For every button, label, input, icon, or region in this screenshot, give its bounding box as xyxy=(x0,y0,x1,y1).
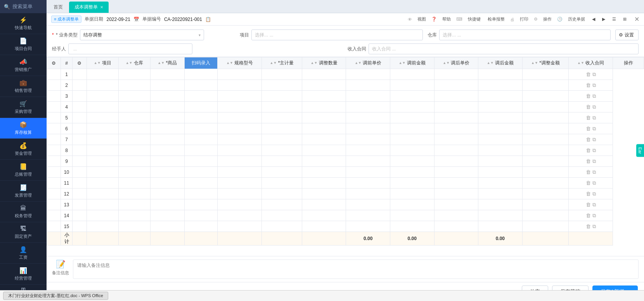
cell-income_contract-5[interactable] xyxy=(522,112,569,123)
cell-unit-5[interactable] xyxy=(218,112,262,123)
cell-adjust_amount-13[interactable] xyxy=(478,199,523,210)
help-btn[interactable]: 帮助 xyxy=(441,16,452,23)
cell-adjust_amount-10[interactable] xyxy=(478,167,523,178)
sidebar-item-quick-nav[interactable]: ⚡ 快速导航 xyxy=(0,13,47,34)
th-settings[interactable]: ⚙ xyxy=(73,57,87,69)
cell-product-14[interactable] xyxy=(118,210,150,221)
cell-unit-11[interactable] xyxy=(218,178,262,189)
sidebar-item-invoice-mgmt[interactable]: 🧾 发票管理 xyxy=(0,181,47,202)
tab-home[interactable]: 首页 xyxy=(48,2,68,13)
sidebar-item-sales-promo[interactable]: 📣 营销推广 xyxy=(0,55,47,76)
cell-spec-4[interactable] xyxy=(184,102,218,112)
right-edge-tab[interactable]: Ear xyxy=(636,144,644,157)
project-input[interactable]: 选择... ... xyxy=(251,29,423,40)
row-copy-15[interactable]: ⧉ xyxy=(592,223,596,230)
cell-pre_price-5[interactable] xyxy=(302,112,346,123)
cell-project-8[interactable] xyxy=(73,145,87,156)
cell-qty-5[interactable] xyxy=(262,112,302,123)
cell-post_amount-3[interactable] xyxy=(434,91,478,102)
cell-pre_price-14[interactable] xyxy=(302,210,346,221)
cell-adjust_amount-15[interactable] xyxy=(478,221,523,232)
cell-pre_amount-4[interactable] xyxy=(346,102,390,112)
th-project[interactable]: ▲▼ 项目 xyxy=(87,57,118,69)
cell-spec-7[interactable] xyxy=(184,134,218,145)
cell-scan-13[interactable] xyxy=(150,199,184,210)
layout-btn2[interactable]: ⊞ xyxy=(621,16,628,22)
row-copy-13[interactable]: ⧉ xyxy=(592,202,596,208)
cell-post_amount-10[interactable] xyxy=(434,167,478,178)
cell-pre_price-11[interactable] xyxy=(302,178,346,189)
cell-income_contract-9[interactable] xyxy=(522,156,569,167)
cell-project-2[interactable] xyxy=(73,80,87,91)
cell-pre_amount-3[interactable] xyxy=(346,91,390,102)
cell-warehouse-4[interactable] xyxy=(87,102,118,112)
cell-product-9[interactable] xyxy=(118,156,150,167)
row-copy-7[interactable]: ⧉ xyxy=(592,137,596,143)
cell-pre_price-6[interactable] xyxy=(302,123,346,134)
th-adjust_amount[interactable]: ▲▼ *调整金额 xyxy=(522,57,569,69)
cell-pre_amount-2[interactable] xyxy=(346,80,390,91)
cell-post_price-4[interactable] xyxy=(390,102,434,112)
cell-scan-1[interactable] xyxy=(150,69,184,80)
cell-adjust_amount-2[interactable] xyxy=(478,80,523,91)
tab-close-cost-adjust[interactable]: ✕ xyxy=(100,5,103,9)
cell-income_contract-14[interactable] xyxy=(522,210,569,221)
cell-post_amount-2[interactable] xyxy=(434,80,478,91)
cell-post_amount-12[interactable] xyxy=(434,189,478,199)
cell-pre_price-15[interactable] xyxy=(302,221,346,232)
cell-project-12[interactable] xyxy=(73,189,87,199)
cell-qty-2[interactable] xyxy=(262,80,302,91)
cell-adjust_amount-14[interactable] xyxy=(478,210,523,221)
cell-spec-14[interactable] xyxy=(184,210,218,221)
cell-post_amount-7[interactable] xyxy=(434,134,478,145)
cell-scan-15[interactable] xyxy=(150,221,184,232)
cell-scan-6[interactable] xyxy=(150,123,184,134)
cell-project-4[interactable] xyxy=(73,102,87,112)
cell-post_price-11[interactable] xyxy=(390,178,434,189)
sidebar-item-asset-mgmt[interactable]: 🏗 固定资产 xyxy=(0,222,47,243)
th-post_price[interactable]: ▲▼ 调后单价 xyxy=(434,57,478,69)
cell-unit-8[interactable] xyxy=(218,145,262,156)
row-delete-14[interactable]: 🗑 xyxy=(586,213,591,219)
cell-project-14[interactable] xyxy=(73,210,87,221)
cell-post_price-8[interactable] xyxy=(390,145,434,156)
cell-post_price-2[interactable] xyxy=(390,80,434,91)
sidebar-item-ledger-mgmt[interactable]: 📒 总账管理 xyxy=(0,160,47,181)
cell-project-13[interactable] xyxy=(73,199,87,210)
cell-post_price-1[interactable] xyxy=(390,69,434,80)
cell-product-1[interactable] xyxy=(118,69,150,80)
history-btn[interactable]: 历史单据 xyxy=(566,16,587,23)
th-qty[interactable]: ▲▼ 调整数量 xyxy=(302,57,346,69)
cell-scan-12[interactable] xyxy=(150,189,184,199)
cell-post_price-15[interactable] xyxy=(390,221,434,232)
cell-adjust_amount-1[interactable] xyxy=(478,69,523,80)
cell-income_contract-3[interactable] xyxy=(522,91,569,102)
cell-adjust_amount-7[interactable] xyxy=(478,134,523,145)
cell-adjust_amount-8[interactable] xyxy=(478,145,523,156)
cell-pre_amount-15[interactable] xyxy=(346,221,390,232)
ops-btn[interactable]: 操作 xyxy=(542,16,553,23)
cell-post_price-6[interactable] xyxy=(390,123,434,134)
sidebar-item-sales-mgmt[interactable]: 💼 销售管理 xyxy=(0,76,47,97)
cell-scan-14[interactable] xyxy=(150,210,184,221)
notes-input[interactable] xyxy=(73,259,639,279)
cell-qty-12[interactable] xyxy=(262,189,302,199)
row-copy-14[interactable]: ⧉ xyxy=(592,213,596,219)
cell-income_contract-6[interactable] xyxy=(522,123,569,134)
cell-post_amount-6[interactable] xyxy=(434,123,478,134)
cell-pre_price-4[interactable] xyxy=(302,102,346,112)
layout-btn1[interactable]: ☰ xyxy=(611,16,618,22)
cell-warehouse-10[interactable] xyxy=(87,167,118,178)
cell-pre_amount-6[interactable] xyxy=(346,123,390,134)
cell-scan-10[interactable] xyxy=(150,167,184,178)
row-delete-4[interactable]: 🗑 xyxy=(586,104,591,110)
cell-pre_price-12[interactable] xyxy=(302,189,346,199)
cell-income_contract-2[interactable] xyxy=(522,80,569,91)
cell-scan-5[interactable] xyxy=(150,112,184,123)
cell-qty-10[interactable] xyxy=(262,167,302,178)
th-settings[interactable]: ⚙ xyxy=(47,57,61,69)
cell-pre_amount-7[interactable] xyxy=(346,134,390,145)
cell-spec-12[interactable] xyxy=(184,189,218,199)
cell-warehouse-14[interactable] xyxy=(87,210,118,221)
cell-warehouse-11[interactable] xyxy=(87,178,118,189)
